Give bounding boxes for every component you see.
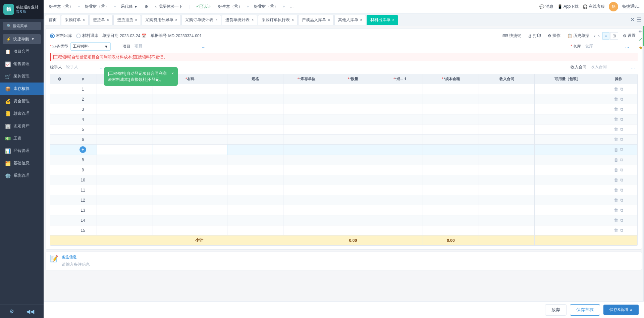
tab-close-icon[interactable]: × bbox=[292, 18, 294, 22]
project-expand-icon[interactable]: … bbox=[202, 44, 206, 49]
sidebar-item-purchase[interactable]: 🛒 采购管理 bbox=[0, 70, 44, 83]
calendar-icon[interactable]: 📅 bbox=[142, 34, 147, 38]
prev-doc-icon[interactable]: ‹ bbox=[594, 33, 596, 39]
row-unit[interactable] bbox=[283, 114, 330, 124]
row-unit[interactable] bbox=[283, 215, 330, 225]
row-quantity[interactable] bbox=[330, 215, 376, 225]
sidebar-item-sales[interactable]: 📈 销售管理 bbox=[0, 58, 44, 70]
row-available-qty[interactable] bbox=[535, 225, 600, 235]
delete-row-icon[interactable]: 🗑 bbox=[614, 147, 618, 152]
delete-row-icon[interactable]: 🗑 bbox=[614, 177, 618, 182]
quick-nav[interactable]: ⚡ 快捷导航 ▼ bbox=[3, 34, 41, 44]
sidebar-item-assets[interactable]: 🏢 固定资产 bbox=[0, 120, 44, 132]
tab-close-icon[interactable]: × bbox=[107, 18, 109, 22]
row-cost-price[interactable] bbox=[376, 114, 423, 124]
row-spec[interactable] bbox=[227, 155, 283, 165]
row-quantity[interactable] bbox=[330, 84, 376, 94]
row-unit-edit[interactable] bbox=[283, 145, 330, 155]
row-available-qty[interactable] bbox=[535, 185, 600, 195]
tab-close-icon[interactable]: × bbox=[83, 18, 85, 22]
row-material[interactable] bbox=[153, 94, 227, 104]
delete-row-icon[interactable]: 🗑 bbox=[614, 198, 618, 203]
tab-close-active-icon[interactable]: × bbox=[392, 18, 394, 22]
row-spec[interactable] bbox=[227, 225, 283, 235]
row-quantity[interactable] bbox=[330, 135, 376, 145]
tab-close-all-icon[interactable]: ✕ bbox=[630, 16, 635, 23]
row-quantity[interactable] bbox=[330, 175, 376, 185]
sidebar-item-finance[interactable]: 💰 资金管理 bbox=[0, 95, 44, 107]
row-spec[interactable] bbox=[227, 185, 283, 195]
copy-row-icon[interactable]: ⧉ bbox=[620, 198, 623, 203]
copy-row-icon[interactable]: ⧉ bbox=[620, 208, 623, 213]
th-settings[interactable]: ⚙ bbox=[50, 74, 69, 84]
tab-close-icon[interactable]: × bbox=[252, 18, 254, 22]
row-quantity[interactable] bbox=[330, 124, 376, 135]
row-unit[interactable] bbox=[283, 175, 330, 185]
row-unit[interactable] bbox=[283, 195, 330, 205]
row-project[interactable] bbox=[97, 114, 153, 124]
right-panel-edit-icon[interactable]: ✏ bbox=[639, 29, 643, 34]
row-cost-amount[interactable] bbox=[423, 195, 479, 205]
row-unit[interactable] bbox=[283, 155, 330, 165]
row-revenue-contract[interactable] bbox=[479, 195, 535, 205]
copy-row-icon[interactable]: ⧉ bbox=[620, 137, 623, 142]
row-cost-price[interactable] bbox=[376, 225, 423, 235]
row-spec[interactable] bbox=[227, 135, 283, 145]
row-spec[interactable] bbox=[227, 114, 283, 124]
row-cost-price[interactable] bbox=[376, 185, 423, 195]
row-revenue-contract[interactable] bbox=[479, 165, 535, 175]
row-cost-amount[interactable] bbox=[423, 205, 479, 215]
row-revenue-contract[interactable] bbox=[479, 135, 535, 145]
tab-purchase-expense[interactable]: 采购费用分摊单× bbox=[142, 15, 181, 25]
print-btn[interactable]: 🖨 打印 bbox=[526, 32, 543, 40]
row-project[interactable] bbox=[97, 94, 153, 104]
settings-btn[interactable]: ⚙ 设置 bbox=[621, 32, 638, 40]
row-cost-price[interactable] bbox=[376, 175, 423, 185]
row-unit[interactable] bbox=[283, 225, 330, 235]
row-quantity[interactable] bbox=[330, 104, 376, 114]
sidebar-item-operations[interactable]: 📊 经营管理 bbox=[0, 145, 44, 157]
row-cost-amount[interactable] bbox=[423, 185, 479, 195]
row-revenue-contract[interactable] bbox=[479, 104, 535, 114]
tab-close-icon[interactable]: × bbox=[135, 18, 137, 22]
sidebar-item-accounting[interactable]: 📒 总账管理 bbox=[0, 107, 44, 120]
nav-good-finance-2[interactable]: 好业财（营） bbox=[252, 2, 280, 11]
revenue-contract-input[interactable]: 收入合同 bbox=[589, 63, 629, 71]
copy-row-icon[interactable]: ⧉ bbox=[620, 97, 623, 102]
row-unit[interactable] bbox=[283, 94, 330, 104]
row-project[interactable] bbox=[97, 225, 153, 235]
row-project[interactable] bbox=[97, 124, 153, 135]
save-new-button[interactable]: 保存&新增 ∧ bbox=[603, 305, 639, 315]
row-cost-amount[interactable] bbox=[423, 225, 479, 235]
row-project[interactable] bbox=[97, 215, 153, 225]
row-available-qty-edit[interactable] bbox=[535, 145, 600, 155]
tab-other-receipt[interactable]: 其他入库单× bbox=[334, 15, 366, 25]
history-btn[interactable]: 📋 历史单据 bbox=[565, 32, 591, 40]
row-spec[interactable] bbox=[227, 175, 283, 185]
row-unit[interactable] bbox=[283, 165, 330, 175]
row-spec[interactable] bbox=[227, 94, 283, 104]
row-quantity[interactable] bbox=[330, 155, 376, 165]
nav-verified[interactable]: ✓已认证 bbox=[194, 2, 213, 11]
row-revenue-contract[interactable] bbox=[479, 205, 535, 215]
row-project-edit[interactable] bbox=[97, 145, 153, 155]
row-cost-price[interactable] bbox=[376, 165, 423, 175]
row-spec[interactable] bbox=[227, 205, 283, 215]
row-revenue-contract[interactable] bbox=[479, 124, 535, 135]
tooltip-close-btn[interactable]: × bbox=[171, 70, 174, 76]
row-spec-edit[interactable] bbox=[227, 145, 283, 155]
warehouse-expand-icon[interactable]: … bbox=[625, 44, 629, 49]
row-cost-price[interactable] bbox=[376, 84, 423, 94]
user-name[interactable]: 畅捷通8… bbox=[622, 4, 641, 9]
row-material[interactable] bbox=[153, 165, 227, 175]
row-project[interactable] bbox=[97, 155, 153, 165]
shortcut-btn[interactable]: ⌨ 快捷键 bbox=[500, 32, 523, 40]
row-available-qty[interactable] bbox=[535, 94, 600, 104]
agent-input[interactable]: 经手人 bbox=[64, 63, 98, 71]
tab-receipt-stats[interactable]: 进货单统计表× bbox=[222, 15, 257, 25]
nav-app-download[interactable]: 📱 App下载 bbox=[557, 4, 579, 9]
row-material-edit[interactable] bbox=[153, 145, 227, 155]
delete-row-icon[interactable]: 🗑 bbox=[614, 97, 618, 102]
row-available-qty[interactable] bbox=[535, 135, 600, 145]
collapse-icon[interactable]: ◀◀ bbox=[26, 308, 34, 315]
